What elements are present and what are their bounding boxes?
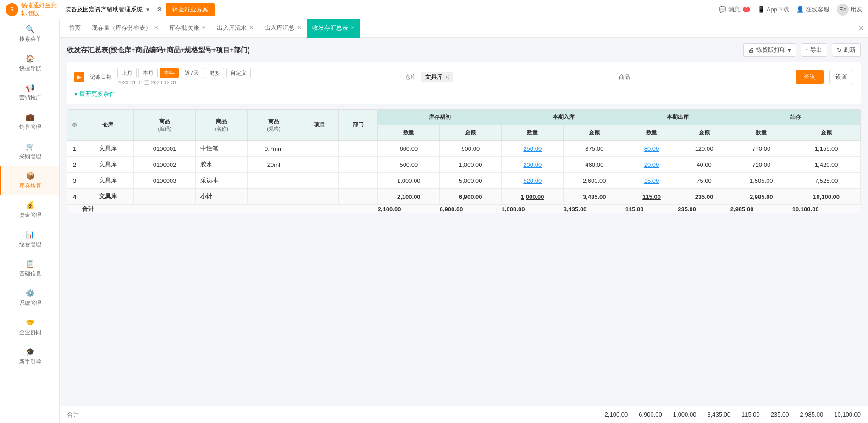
date-range: 2023-01-01 至 2023-12-31	[117, 79, 251, 86]
goods-more-icon[interactable]: ···	[636, 73, 641, 81]
date-btn-7days[interactable]: 近7天	[181, 68, 203, 78]
date-shortcuts: 上月 本月 本年 近7天 更多 自定义	[117, 68, 251, 78]
query-btn[interactable]: 查询	[796, 70, 824, 84]
cell-balance-amt: 1,155.00	[792, 141, 861, 157]
tab-close-in-out-flow[interactable]: ✕	[249, 25, 254, 31]
cell-out-qty[interactable]: 15.00	[625, 173, 678, 189]
search-icon: 🔍	[26, 25, 35, 33]
table-settings-col[interactable]: ⚙	[67, 110, 82, 141]
cell-goods-spec	[248, 189, 300, 205]
print-icon: 🖨	[748, 47, 754, 54]
tab-close-batch-ledger[interactable]: ✕	[202, 25, 206, 31]
export-icon: ↑	[806, 47, 809, 54]
cell-opening-qty: 600.00	[378, 141, 440, 157]
sidebar-item-search[interactable]: 🔍 搜索菜单	[0, 19, 59, 49]
sidebar-item-basic[interactable]: 📋 基础信息	[0, 254, 59, 283]
th-in-amt: 金额	[564, 125, 625, 141]
tab-home[interactable]: 首页	[63, 19, 86, 38]
tab-close-in-out-summary[interactable]: ✕	[297, 25, 301, 31]
date-btn-this-month[interactable]: 本月	[138, 68, 158, 78]
tab-in-out-flow[interactable]: 出入库流水 ✕	[211, 19, 259, 38]
total-in-qty: 1,000.00	[502, 205, 564, 214]
sidebar-item-inventory[interactable]: 📦 库存核算	[0, 166, 59, 195]
tab-receive-send-summary[interactable]: 收发存汇总表 ✕	[307, 19, 360, 38]
cell-out-qty[interactable]: 115.00	[625, 189, 678, 205]
sales-icon: 💼	[26, 113, 35, 121]
warehouse-more-icon[interactable]: ···	[459, 73, 465, 81]
cell-balance-qty: 2,985.00	[730, 189, 792, 205]
sidebar-item-system[interactable]: ⚙️ 系统管理	[0, 283, 59, 313]
th-in-qty: 数量	[502, 125, 564, 141]
cell-goods-code: 0100001	[134, 141, 196, 157]
sidebar-item-quick-nav[interactable]: 🏠 快捷导航	[0, 49, 59, 78]
system-icon: ⚙️	[26, 289, 35, 297]
app-download-btn[interactable]: 📱 App下载	[757, 5, 789, 14]
tab-close-all-icon[interactable]: ✕	[858, 24, 864, 33]
filter-collapse-btn[interactable]: ▶	[74, 72, 84, 82]
system-dropdown-icon[interactable]: ▾	[146, 6, 149, 13]
logo-text: 畅捷通好生意 标准版	[21, 2, 57, 17]
logo-icon: 6	[6, 3, 18, 16]
tab-in-out-summary[interactable]: 出入库汇总 ✕	[259, 19, 307, 38]
message-btn[interactable]: 💬 消息 6	[719, 5, 750, 14]
cell-goods-code: 0100002	[134, 157, 196, 173]
refresh-btn[interactable]: ↻ 刷新	[832, 43, 861, 57]
th-goods-code: 商品(编码)	[134, 110, 196, 141]
refresh-icon: ↻	[837, 47, 842, 54]
cell-goods-name: 小计	[196, 189, 248, 205]
inventory-icon: 📦	[26, 171, 35, 180]
corp-icon: 🤝	[26, 318, 35, 327]
total-row: 合计 2,100.00 6,900.00 1,000.00 3,435.00 1…	[67, 205, 861, 214]
cell-opening-amt: 1,000.00	[440, 157, 502, 173]
th-in-group: 本期入库	[502, 110, 625, 125]
filter-settings-btn[interactable]: 设置	[829, 70, 853, 84]
export-btn[interactable]: ↑ 导出	[801, 43, 828, 57]
try-btn[interactable]: 体验行业方案	[166, 3, 215, 16]
sidebar-item-purchase[interactable]: 🛒 采购管理	[0, 137, 59, 166]
th-out-group: 本期出库	[625, 110, 730, 125]
sidebar-item-operation[interactable]: 📊 经营管理	[0, 225, 59, 254]
cell-in-qty[interactable]: 1,000.00	[502, 189, 564, 205]
tab-batch-ledger[interactable]: 库存批次账 ✕	[164, 19, 211, 38]
cell-project	[300, 173, 339, 189]
total-balance-amt: 10,100.00	[792, 205, 861, 214]
print-template-btn[interactable]: 🖨 拣货版打印 ▾	[743, 43, 796, 57]
main-layout: 🔍 搜索菜单 🏠 快捷导航 📢 营销推广 💼 销售管理 🛒 采购管理 📦 库存核…	[0, 19, 868, 423]
cell-warehouse: 文具库	[82, 189, 134, 205]
cell-opening-amt: 5,000.00	[440, 173, 502, 189]
tab-inventory-dist[interactable]: 现存量（库存分布表） ✕	[86, 19, 164, 38]
date-btn-last-month[interactable]: 上月	[117, 68, 137, 78]
message-badge: 6	[743, 7, 750, 12]
sidebar-item-sales[interactable]: 💼 销售管理	[0, 107, 59, 137]
cell-in-qty[interactable]: 250.00	[502, 141, 564, 157]
expand-more-btn[interactable]: ▾ 展开更多条件	[74, 90, 853, 98]
system-name: 装备及固定资产辅助管理系统	[65, 5, 143, 14]
sidebar-item-corp[interactable]: 🤝 企业协同	[0, 313, 59, 342]
operation-icon: 📊	[26, 230, 35, 239]
cell-out-qty[interactable]: 80.00	[625, 141, 678, 157]
tab-close-receive-send[interactable]: ✕	[351, 25, 355, 31]
date-btn-custom[interactable]: 自定义	[226, 68, 251, 78]
user-btn[interactable]: Ea 用友	[837, 4, 862, 16]
tab-close-inventory-dist[interactable]: ✕	[154, 25, 158, 31]
th-balance-amt: 金额	[792, 125, 861, 141]
cell-in-qty[interactable]: 230.00	[502, 157, 564, 173]
settings-icon[interactable]: ⚙	[157, 6, 162, 13]
table-row: 2 文具库 0100002 胶水 20ml 500.00 1,000.00 23…	[67, 157, 861, 173]
sidebar-item-marketing[interactable]: 📢 营销推广	[0, 78, 59, 107]
warehouse-remove-btn[interactable]: ✕	[445, 74, 450, 81]
cell-goods-code	[134, 189, 196, 205]
date-btn-this-year[interactable]: 本年	[160, 68, 179, 78]
sidebar-item-finance[interactable]: 💰 资金管理	[0, 195, 59, 225]
marketing-icon: 📢	[26, 83, 35, 92]
online-service-btn[interactable]: 👤 在线客服	[796, 5, 829, 14]
warehouse-label: 仓库	[405, 73, 416, 81]
sidebar-item-guide[interactable]: 🎓 新手引导	[0, 342, 59, 371]
cell-out-qty[interactable]: 20.00	[625, 157, 678, 173]
date-btn-more[interactable]: 更多	[205, 68, 224, 78]
cell-in-qty[interactable]: 520.00	[502, 173, 564, 189]
cell-no: 3	[67, 173, 82, 189]
header-actions: 🖨 拣货版打印 ▾ ↑ 导出 ↻ 刷新	[743, 43, 861, 57]
cell-goods-name: 胶水	[196, 157, 248, 173]
filter-row: ▶ 记账日期 上月 本月 本年 近7天 更多 自定义 2023-01-01 至 …	[74, 68, 853, 86]
